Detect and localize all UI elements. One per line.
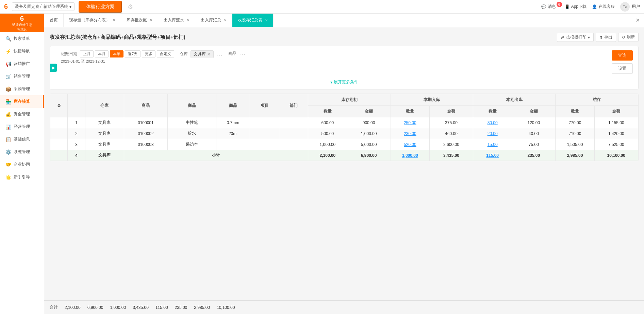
row2-out-qty[interactable]: 20.00 xyxy=(473,128,512,139)
sidebar-item-basic[interactable]: 📋 基础信息 xyxy=(0,133,44,146)
sidebar-item-collab[interactable]: 🤝 企业协同 xyxy=(0,158,44,171)
th-in-amt: 金额 xyxy=(429,106,473,117)
total-out-qty: 115.00 xyxy=(155,305,168,310)
sidebar-item-search[interactable]: 🔍 搜索菜单 xyxy=(0,32,44,45)
row2-closing-qty: 710.00 xyxy=(556,128,594,139)
notification-label: 消息 xyxy=(548,4,556,10)
tab-inout-flow-label: 出入库流水 xyxy=(164,17,184,23)
tab-inout-flow[interactable]: 出入库流水 ✕ xyxy=(158,14,195,27)
row1-num: 1 xyxy=(68,117,85,128)
date-btn-last-month[interactable]: 上月 xyxy=(80,50,94,57)
notification-button[interactable]: 💬 消息 6 xyxy=(541,4,559,10)
row3-name: 采访本 xyxy=(167,139,216,150)
row3-spec xyxy=(216,139,250,150)
warehouse-tag-remove[interactable]: ✕ xyxy=(207,52,211,57)
th-project: 项目 xyxy=(250,94,279,117)
row2-dept xyxy=(279,128,308,139)
date-btn-this-month[interactable]: 本月 xyxy=(95,50,109,57)
sidebar-item-sales[interactable]: 🛒 销售管理 xyxy=(0,70,44,83)
tab-inventory-dist-close[interactable]: ✕ xyxy=(113,18,115,22)
tab-inventory-dist[interactable]: 现存量（库存分布表） ✕ xyxy=(64,14,121,27)
th-settings[interactable]: ⚙ xyxy=(50,94,68,117)
sidebar-item-newbie[interactable]: 🌟 新手引导 xyxy=(0,171,44,183)
top-left-area: 6 装备及固定资产辅助管理系统 ▾ 体验行业方案 ⚙ xyxy=(4,1,133,13)
row3-settings xyxy=(50,139,68,150)
warehouse-tag[interactable]: 文具库 ✕ xyxy=(191,50,214,58)
date-btn-7days[interactable]: 近7天 xyxy=(125,50,141,57)
tab-batch-ledger[interactable]: 库存批次账 ✕ xyxy=(121,14,158,27)
row1-code: 0100001 xyxy=(124,117,167,128)
row3-out-qty[interactable]: 15.00 xyxy=(473,139,512,150)
sidebar-item-inventory[interactable]: 🏪 库存核算 xyxy=(0,95,44,108)
trial-button[interactable]: 体验行业方案 xyxy=(79,1,122,13)
row3-in-qty[interactable]: 520.00 xyxy=(391,139,429,150)
sidebar-item-quicknav[interactable]: ⚡ 快捷导航 xyxy=(0,45,44,57)
basic-icon: 📋 xyxy=(5,137,11,142)
print-button[interactable]: 🖨 按模板打印 ▾ xyxy=(557,33,594,42)
date-btn-more[interactable]: 更多 xyxy=(142,50,155,57)
tab-recv-send-summary[interactable]: 收发存汇总表 ✕ xyxy=(232,14,274,27)
row3-opening-amt: 5,000.00 xyxy=(347,139,391,150)
tab-home[interactable]: 首页 xyxy=(44,14,64,27)
tab-inout-summary[interactable]: 出入库汇总 ✕ xyxy=(195,14,232,27)
subtotal-num: 4 xyxy=(68,150,85,161)
tab-inout-flow-close[interactable]: ✕ xyxy=(187,18,189,22)
subtotal-out-amt: 235.00 xyxy=(512,150,556,161)
row3-opening-qty: 1,000.00 xyxy=(308,139,347,150)
warehouse-more-dots[interactable]: ... xyxy=(216,51,223,57)
sidebar-label-operations: 经营管理 xyxy=(14,124,30,130)
sidebar-item-system[interactable]: ⚙️ 系统管理 xyxy=(0,146,44,158)
row3-code: 0100003 xyxy=(124,139,167,150)
top-system-bar: 6 装备及固定资产辅助管理系统 ▾ 体验行业方案 ⚙ 💬 消息 6 📱 App下… xyxy=(0,0,644,14)
sidebar-item-operations[interactable]: 📊 经营管理 xyxy=(0,120,44,133)
sidebar-item-purchase[interactable]: 📦 采购管理 xyxy=(0,83,44,95)
sales-icon: 🛒 xyxy=(5,74,11,79)
subtotal-warehouse: 文具库 xyxy=(85,150,124,161)
date-filter: 记账日期 上月 本月 本年 近7天 更多 自定义 2023 xyxy=(61,50,174,64)
row2-in-qty[interactable]: 230.00 xyxy=(391,128,429,139)
search-icon: 🔍 xyxy=(5,36,11,42)
row1-out-qty[interactable]: 80.00 xyxy=(473,117,512,128)
app-download-button[interactable]: 📱 App下载 xyxy=(565,4,587,10)
online-service-button[interactable]: 👤 在线客服 xyxy=(592,4,615,10)
goods-more-dots[interactable]: ... xyxy=(239,50,246,56)
date-btn-this-year[interactable]: 本年 xyxy=(110,50,123,57)
tab-recv-send-summary-close[interactable]: ✕ xyxy=(265,18,268,22)
user-area[interactable]: Ea 用户 xyxy=(620,2,640,12)
expand-more-conditions-button[interactable]: ▾ 展开更多条件 xyxy=(330,79,358,85)
subtotal-in-qty[interactable]: 1,000.00 xyxy=(391,150,429,161)
sidebar-label-newbie: 新手引导 xyxy=(14,174,30,180)
query-button[interactable]: 查询 xyxy=(612,50,633,61)
tab-inout-summary-close[interactable]: ✕ xyxy=(224,18,227,22)
sidebar-item-marketing[interactable]: 📢 营销推广 xyxy=(0,57,44,70)
refresh-label: 刷新 xyxy=(627,34,635,40)
content-area: 首页 现存量（库存分布表） ✕ 库存批次账 ✕ 出入库流水 ✕ 出入库汇总 ✕ xyxy=(44,14,644,314)
sidebar-item-finance[interactable]: 💰 资金管理 xyxy=(0,108,44,120)
logo-icon: 6 xyxy=(4,3,8,11)
row3-project xyxy=(250,139,279,150)
filter-settings-button[interactable]: 设置 xyxy=(612,63,633,74)
system-icon: ⚙️ xyxy=(5,149,11,155)
sidebar-logo-title: 畅捷通好生意 xyxy=(12,22,32,27)
service-icon: 👤 xyxy=(592,4,597,9)
date-btn-custom[interactable]: 自定义 xyxy=(157,50,174,57)
row2-num: 2 xyxy=(68,128,85,139)
subtotal-row: 4 文具库 小计 2,100.00 6,900.00 1,000.00 3,43… xyxy=(50,150,638,161)
filter-expand-icon[interactable]: ▶ xyxy=(50,64,57,72)
filter-section: ▶ 记账日期 上月 本月 本年 近7天 更多 xyxy=(50,46,639,89)
row1-in-qty[interactable]: 250.00 xyxy=(391,117,429,128)
quicknav-icon: ⚡ xyxy=(5,49,11,54)
th-closing-group: 结存 xyxy=(556,94,638,106)
row3-closing-qty: 1,505.00 xyxy=(556,139,594,150)
subtotal-out-qty[interactable]: 115.00 xyxy=(473,150,512,161)
top-right-area: 💬 消息 6 📱 App下载 👤 在线客服 Ea 用户 xyxy=(541,2,640,12)
export-button[interactable]: ⬆ 导出 xyxy=(596,33,616,42)
tab-close-all-button[interactable]: ✕ xyxy=(631,17,644,23)
settings-icon[interactable]: ⚙ xyxy=(128,3,133,11)
tab-batch-ledger-close[interactable]: ✕ xyxy=(150,18,152,22)
purchase-icon: 📦 xyxy=(5,86,11,92)
system-name-dropdown[interactable]: 装备及固定资产辅助管理系统 ▾ xyxy=(12,2,75,11)
refresh-button[interactable]: ↺ 刷新 xyxy=(618,33,639,42)
online-service-label: 在线客服 xyxy=(598,4,615,10)
subtotal-closing-amt: 10,100.00 xyxy=(594,150,638,161)
